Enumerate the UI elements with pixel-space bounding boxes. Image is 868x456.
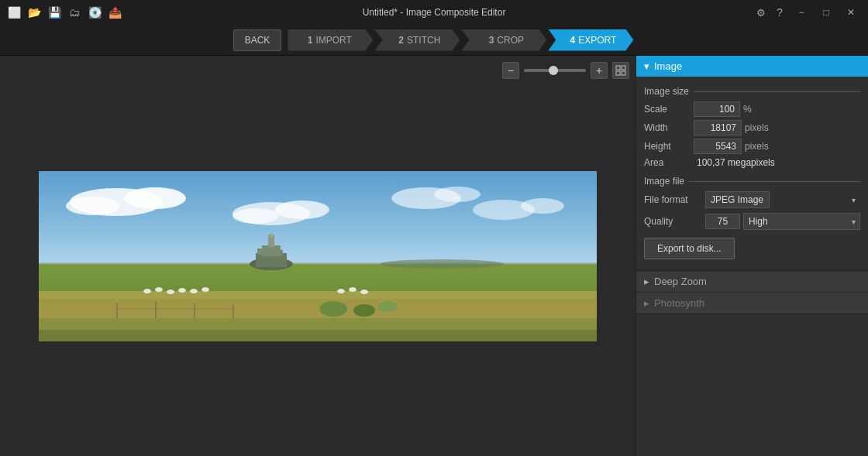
deep-zoom-title: Deep Zoom xyxy=(654,276,707,287)
deep-zoom-section: ▸ Deep Zoom xyxy=(636,271,868,293)
svg-point-14 xyxy=(521,198,564,214)
file-format-select-wrapper: JPEG Image xyxy=(705,191,860,208)
open-file-icon[interactable]: 📂 xyxy=(26,5,42,20)
image-section-arrow: ▾ xyxy=(644,60,649,72)
quality-level-select[interactable]: High xyxy=(743,213,860,230)
svg-point-41 xyxy=(319,301,347,317)
svg-rect-21 xyxy=(262,245,281,256)
zoom-slider-thumb xyxy=(549,66,558,75)
photosynth-arrow: ▸ xyxy=(644,297,649,309)
photosynth-header[interactable]: ▸ Photosynth xyxy=(636,293,868,314)
area-label: Area xyxy=(644,157,691,168)
svg-point-36 xyxy=(190,289,198,293)
zoom-in-button[interactable]: + xyxy=(591,62,608,79)
svg-rect-29 xyxy=(194,303,195,318)
export-icon[interactable]: 📤 xyxy=(107,5,122,20)
svg-point-7 xyxy=(66,197,120,215)
width-row: Width pixels xyxy=(644,120,860,135)
svg-point-42 xyxy=(353,304,375,317)
step-import[interactable]: 1 IMPORT xyxy=(288,29,373,51)
file-format-select[interactable]: JPEG Image xyxy=(705,191,770,208)
svg-point-34 xyxy=(167,290,174,294)
svg-rect-28 xyxy=(155,301,157,318)
zoom-slider[interactable] xyxy=(524,69,586,72)
scale-input[interactable] xyxy=(694,101,740,117)
svg-point-37 xyxy=(202,287,209,292)
step-crop[interactable]: 3 CROP xyxy=(461,29,546,51)
step-export[interactable]: 4 EXPORT xyxy=(548,29,633,51)
zoom-out-button[interactable]: − xyxy=(502,62,519,79)
image-container xyxy=(0,56,636,456)
new-file-icon[interactable]: ⬜ xyxy=(6,5,22,20)
height-unit: pixels xyxy=(745,141,769,152)
svg-point-32 xyxy=(143,289,151,293)
main-content: − + xyxy=(0,56,868,456)
svg-point-38 xyxy=(337,289,345,293)
width-unit: pixels xyxy=(745,122,769,133)
preview-image xyxy=(39,171,597,341)
svg-rect-3 xyxy=(622,71,625,75)
step-stitch[interactable]: 2 STITCH xyxy=(374,29,460,51)
back-button[interactable]: BACK xyxy=(233,29,282,51)
folder-icon[interactable]: 🗂 xyxy=(67,5,82,20)
save-file-icon[interactable]: 💾 xyxy=(46,5,62,20)
photosynth-section: ▸ Photosynth xyxy=(636,293,868,314)
svg-rect-2 xyxy=(616,71,620,75)
image-section-header[interactable]: ▾ Image xyxy=(636,56,868,77)
image-section: ▾ Image Image size Scale % Width pixels xyxy=(636,56,868,271)
svg-rect-0 xyxy=(616,66,620,70)
width-label: Width xyxy=(644,122,691,133)
deep-zoom-header[interactable]: ▸ Deep Zoom xyxy=(636,271,868,292)
svg-point-39 xyxy=(349,287,356,292)
photosynth-title: Photosynth xyxy=(654,297,704,309)
minimize-button[interactable]: − xyxy=(790,5,812,20)
width-input[interactable] xyxy=(694,120,742,135)
svg-rect-30 xyxy=(232,304,234,318)
zoom-toolbar: − + xyxy=(502,62,629,79)
export-to-disk-button[interactable]: Export to disk... xyxy=(644,238,735,259)
step-import-number: 1 xyxy=(308,35,313,46)
height-input[interactable] xyxy=(694,139,742,154)
step-stitch-number: 2 xyxy=(398,35,404,46)
svg-point-26 xyxy=(380,259,504,269)
svg-point-43 xyxy=(378,301,397,312)
quality-row: Quality High xyxy=(644,213,860,230)
svg-point-6 xyxy=(124,187,186,209)
steps-navigation: BACK 1 IMPORT 2 STITCH 3 CROP 4 EXPORT xyxy=(0,25,868,56)
svg-point-35 xyxy=(178,288,186,293)
settings-icon[interactable]: ⚙ xyxy=(753,5,769,20)
image-file-group-title: Image file xyxy=(644,176,860,187)
svg-rect-24 xyxy=(257,249,262,255)
scale-label: Scale xyxy=(644,104,691,115)
save-disk-icon[interactable]: 💽 xyxy=(87,5,102,20)
svg-point-9 xyxy=(275,201,329,219)
height-label: Height xyxy=(644,141,691,152)
help-icon[interactable]: ? xyxy=(772,5,787,20)
zoom-fit-button[interactable] xyxy=(612,62,629,79)
step-crop-label: CROP xyxy=(497,35,524,46)
quality-label: Quality xyxy=(644,216,702,227)
scale-row: Scale % xyxy=(644,101,860,117)
svg-rect-27 xyxy=(116,303,118,318)
quality-number-input[interactable] xyxy=(705,214,740,229)
right-panel: ▾ Image Image size Scale % Width pixels xyxy=(636,56,868,456)
canvas-area: − + xyxy=(0,56,636,456)
height-row: Height pixels xyxy=(644,139,860,154)
window-controls: ⚙ ? − □ ✕ xyxy=(753,5,862,20)
svg-point-40 xyxy=(360,290,368,294)
area-value: 100,37 megapixels xyxy=(697,157,775,168)
svg-point-12 xyxy=(434,187,480,202)
area-row: Area 100,37 megapixels xyxy=(644,157,860,168)
maximize-button[interactable]: □ xyxy=(815,5,837,20)
close-button[interactable]: ✕ xyxy=(840,5,862,20)
svg-rect-25 xyxy=(279,250,283,255)
file-format-label: File format xyxy=(644,194,702,205)
steps-container: 1 IMPORT 2 STITCH 3 CROP 4 EXPORT xyxy=(288,29,635,51)
image-size-group-title: Image size xyxy=(644,86,860,97)
step-stitch-label: STITCH xyxy=(407,35,440,46)
panorama-svg xyxy=(39,171,597,341)
window-title: Untitled* - Image Composite Editor xyxy=(363,7,506,18)
image-section-title: Image xyxy=(654,60,682,72)
deep-zoom-arrow: ▸ xyxy=(644,276,649,287)
step-export-label: EXPORT xyxy=(578,35,616,46)
